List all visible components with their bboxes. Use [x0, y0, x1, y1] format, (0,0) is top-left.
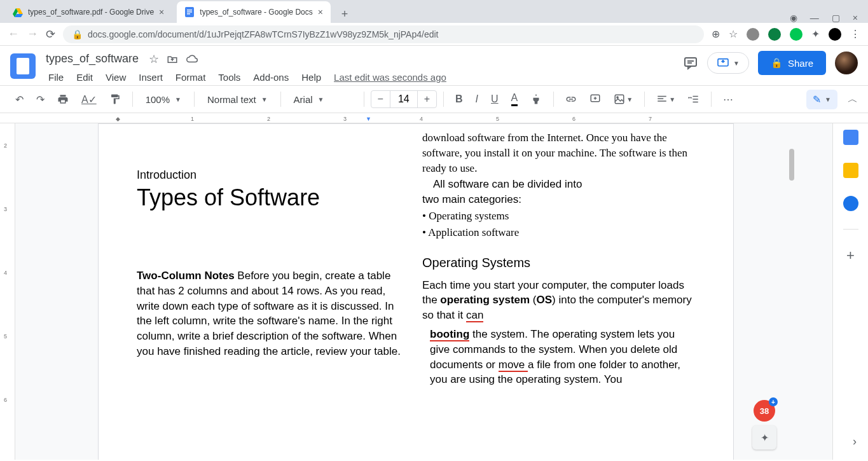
url-text: docs.google.com/document/d/1uJrPejqtZFA8…: [88, 29, 438, 39]
document-title[interactable]: types_of_software: [43, 51, 141, 67]
comments-icon[interactable]: [683, 55, 698, 71]
back-button[interactable]: ←: [8, 27, 19, 41]
align-button[interactable]: ▼: [651, 90, 680, 109]
scrollbar[interactable]: [789, 149, 794, 181]
font-dropdown[interactable]: Arial▼: [287, 92, 357, 107]
extensions-icon[interactable]: ✦: [811, 28, 820, 40]
move-icon[interactable]: [167, 53, 178, 65]
svg-rect-5: [187, 11, 192, 13]
document-canvas[interactable]: Introduction Types of Software Two-Colum…: [15, 123, 832, 460]
print-button[interactable]: [52, 90, 74, 109]
style-dropdown[interactable]: Normal text▼: [201, 92, 274, 107]
svg-rect-20: [693, 99, 698, 100]
menu-edit[interactable]: Edit: [71, 69, 98, 85]
drive-icon: [13, 7, 23, 17]
close-window-icon[interactable]: ×: [853, 13, 858, 23]
menu-addons[interactable]: Add-ons: [248, 69, 294, 85]
new-tab-button[interactable]: +: [336, 5, 354, 23]
col1-paragraph: Two-Column Notes Before you begin, creat…: [137, 268, 410, 359]
close-icon[interactable]: ×: [159, 7, 164, 17]
keep-app-icon[interactable]: [843, 163, 858, 178]
menu-help[interactable]: Help: [296, 69, 326, 85]
profile-icon[interactable]: [829, 28, 841, 41]
hide-side-panel-button[interactable]: ›: [853, 435, 857, 448]
user-avatar[interactable]: [835, 52, 858, 74]
maximize-icon[interactable]: ▢: [832, 13, 840, 23]
line-spacing-button[interactable]: [683, 90, 705, 109]
notification-badge[interactable]: 38: [754, 400, 775, 422]
italic-button[interactable]: I: [471, 90, 483, 109]
minimize-icon[interactable]: —: [810, 13, 819, 23]
svg-point-15: [617, 97, 618, 98]
menu-bar: File Edit View Insert Format Tools Add-o…: [43, 69, 675, 85]
increase-font-button[interactable]: +: [418, 91, 436, 107]
extension-icon-3[interactable]: [790, 28, 803, 41]
present-button[interactable]: ▼: [707, 52, 749, 74]
explore-button[interactable]: ✦: [752, 425, 776, 450]
share-button[interactable]: 🔒 Share: [758, 51, 826, 75]
svg-rect-14: [616, 95, 624, 104]
menu-file[interactable]: File: [43, 69, 69, 85]
last-edit-link[interactable]: Last edit was seconds ago: [329, 69, 451, 85]
address-bar: ← → ⟳ 🔒 docs.google.com/document/d/1uJrP…: [0, 23, 868, 46]
collapse-toolbar-button[interactable]: ︿: [848, 93, 858, 106]
account-icon[interactable]: ◉: [790, 13, 797, 23]
zoom-icon[interactable]: ⊕: [712, 28, 720, 40]
add-comment-button[interactable]: [584, 90, 606, 109]
docs-logo[interactable]: [10, 53, 36, 79]
tasks-app-icon[interactable]: [843, 196, 858, 211]
svg-rect-21: [693, 102, 698, 103]
vertical-ruler[interactable]: 2 3 4 5 6: [0, 123, 15, 460]
bullet-1: • Operating systems: [422, 209, 695, 224]
browser-tab-0[interactable]: types_of_software.pdf - Google Drive ×: [5, 1, 172, 23]
kebab-menu-icon[interactable]: ⋮: [850, 28, 860, 40]
url-input[interactable]: 🔒 docs.google.com/document/d/1uJrPejqtZF…: [63, 25, 704, 43]
calendar-app-icon[interactable]: [843, 130, 858, 145]
forward-button[interactable]: →: [27, 27, 38, 41]
image-button[interactable]: ▼: [609, 90, 638, 109]
svg-rect-18: [658, 100, 666, 102]
highlight-button[interactable]: [525, 90, 547, 109]
menu-tools[interactable]: Tools: [213, 69, 245, 85]
menu-view[interactable]: View: [100, 69, 131, 85]
more-button[interactable]: ⋯: [718, 90, 738, 109]
svg-rect-6: [187, 13, 190, 15]
cloud-icon[interactable]: [186, 53, 198, 65]
menu-format[interactable]: Format: [170, 69, 211, 85]
font-size-input[interactable]: 14: [390, 91, 418, 107]
horizontal-ruler[interactable]: ◆ 1 2 3 ▼ 4 5 6 7: [0, 113, 868, 123]
menu-insert[interactable]: Insert: [134, 69, 168, 85]
chevron-down-icon: ▼: [733, 60, 740, 67]
bookmark-icon[interactable]: ☆: [729, 28, 738, 40]
svg-rect-19: [693, 96, 698, 97]
bold-button[interactable]: B: [450, 90, 468, 109]
link-button[interactable]: [560, 90, 582, 109]
lock-icon: 🔒: [72, 29, 83, 39]
intro-label: Introduction: [137, 169, 410, 182]
reload-button[interactable]: ⟳: [46, 27, 55, 41]
os-paragraph-1: Each time you start your computer, the c…: [422, 278, 695, 323]
col2-paragraph-2: All software can be divided into two mai…: [422, 177, 695, 207]
docs-icon: [184, 7, 195, 17]
undo-button[interactable]: ↶: [10, 90, 29, 109]
window-controls: ◉ — ▢ ×: [780, 13, 868, 23]
extension-icon-2[interactable]: [768, 28, 781, 41]
close-icon[interactable]: ×: [318, 7, 323, 17]
add-app-button[interactable]: +: [846, 247, 855, 264]
browser-tab-1[interactable]: types_of_software - Google Docs ×: [177, 1, 331, 23]
star-icon[interactable]: ☆: [149, 52, 159, 66]
decrease-font-button[interactable]: −: [371, 91, 390, 107]
paint-format-button[interactable]: [104, 90, 126, 109]
document-heading: Types of Software: [137, 184, 410, 211]
bullet-2: • Application software: [422, 225, 695, 240]
extension-icon-1[interactable]: [747, 28, 759, 41]
text-color-button[interactable]: A: [506, 88, 523, 110]
redo-button[interactable]: ↷: [31, 90, 50, 109]
font-size-control: − 14 +: [371, 90, 437, 108]
zoom-dropdown[interactable]: 100%▼: [139, 92, 188, 107]
os-paragraph-2: booting the system. The operating system…: [430, 327, 695, 387]
spellcheck-button[interactable]: A✓: [76, 90, 102, 109]
underline-button[interactable]: U: [486, 90, 504, 109]
editing-mode-button[interactable]: ✎ ▼: [806, 90, 837, 109]
svg-rect-4: [187, 10, 192, 11]
